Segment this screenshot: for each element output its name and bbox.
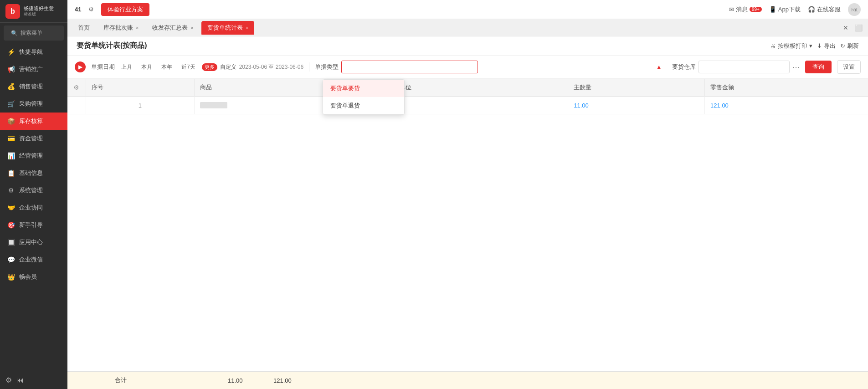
tab-receive-summary[interactable]: 收发存汇总表 × bbox=[146, 21, 199, 35]
type-dropdown: 要货单要货 要货单退货 bbox=[323, 79, 405, 115]
sidebar-item-finance[interactable]: 💳 资金管理 bbox=[0, 130, 67, 147]
dropdown-item-order-return[interactable]: 要货单退货 bbox=[323, 97, 404, 114]
print-btn[interactable]: 🖨 按模板打印 ▾ bbox=[770, 42, 812, 50]
apps-icon: 🔲 bbox=[6, 239, 15, 246]
col-num: 序号 bbox=[86, 79, 195, 97]
row-quantity: 11.00 bbox=[568, 97, 705, 114]
type-filter-label: 单据类型 bbox=[315, 63, 339, 71]
col-amount: 零售金额 bbox=[705, 79, 868, 97]
tab-window-btns: ✕ ⬜ bbox=[841, 23, 863, 33]
system-icon: ⚙ bbox=[6, 187, 15, 194]
row-amount-link[interactable]: 121.00 bbox=[710, 102, 729, 109]
sidebar-settings-icon[interactable]: ⚙ bbox=[5, 376, 12, 384]
trial-btn[interactable]: 体验行业方案 bbox=[101, 3, 149, 16]
operations-icon: 📊 bbox=[6, 152, 15, 159]
print-chevron-icon: ▾ bbox=[809, 42, 812, 49]
page-header: 要货单统计表(按商品) 🖨 按模板打印 ▾ ⬇ 导出 ↻ 刷新 bbox=[67, 36, 868, 56]
sidebar-search[interactable]: 🔍 搜索菜单 bbox=[4, 26, 64, 41]
date-range-display: 2023-05-06 至 2023-06-06 bbox=[239, 63, 303, 71]
date-btn-7days[interactable]: 近7天 bbox=[178, 62, 199, 72]
filter-expand-btn[interactable]: ▶ bbox=[75, 61, 86, 72]
header-left: 41 ⚙ 体验行业方案 bbox=[75, 3, 149, 16]
filter-settings-btn[interactable]: 设置 bbox=[837, 60, 861, 74]
table-footer: 合计 11.00 121.00 bbox=[67, 371, 868, 389]
quick-nav-icon: ⚡ bbox=[6, 48, 15, 56]
user-avatar[interactable]: Rit bbox=[848, 3, 861, 16]
header-settings-btn[interactable]: ⚙ bbox=[86, 4, 97, 15]
date-btn-last-month[interactable]: 上月 bbox=[118, 62, 136, 72]
tab-count-label: 41 bbox=[75, 6, 81, 13]
sidebar-item-sales[interactable]: 💰 销售管理 bbox=[0, 78, 67, 95]
type-filter-input[interactable] bbox=[341, 61, 478, 73]
sidebar-item-quick-nav[interactable]: ⚡ 快捷导航 bbox=[0, 43, 67, 61]
tab-close-all-btn[interactable]: ✕ bbox=[841, 23, 851, 33]
sidebar-collapse-icon[interactable]: ⏮ bbox=[16, 376, 24, 384]
top-header: 41 ⚙ 体验行业方案 ✉ 消息 99+ 📱 App下载 🎧 在线客服 Rit bbox=[67, 0, 868, 19]
date-custom-btn[interactable]: 自定义 bbox=[220, 63, 236, 71]
warehouse-filter-label: 要货仓库 bbox=[672, 63, 696, 71]
sidebar-item-operations[interactable]: 📊 经营管理 bbox=[0, 147, 67, 164]
sidebar-item-guide[interactable]: 🎯 新手引导 bbox=[0, 216, 67, 234]
sidebar-item-inventory[interactable]: 📦 库存核算 bbox=[0, 113, 67, 130]
row-num: 1 bbox=[86, 97, 195, 114]
search-btn[interactable]: 查询 bbox=[805, 61, 832, 73]
filter-more-icon[interactable]: ⋯ bbox=[792, 63, 800, 72]
download-btn[interactable]: 📱 App下载 bbox=[769, 5, 801, 14]
col-settings: ⚙ bbox=[67, 79, 86, 97]
download-icon: 📱 bbox=[769, 6, 776, 13]
service-btn[interactable]: 🎧 在线客服 bbox=[808, 5, 841, 14]
tab-close-receive-summary[interactable]: × bbox=[190, 25, 193, 31]
footer-total-label: 合计 bbox=[109, 376, 228, 384]
purchase-icon: 🛒 bbox=[6, 100, 15, 107]
sidebar-item-purchase[interactable]: 🛒 采购管理 bbox=[0, 95, 67, 113]
row-settings bbox=[67, 97, 86, 114]
footer-total-amount: 121.00 bbox=[273, 377, 319, 384]
sidebar-item-member[interactable]: 👑 畅会员 bbox=[0, 268, 67, 286]
guide-icon: 🎯 bbox=[6, 221, 15, 229]
data-table: ⚙ 序号 商品 主计量单位 主数量 零售金额 1 bbox=[67, 79, 868, 114]
page-title: 要货单统计表(按商品) bbox=[77, 41, 147, 51]
type-input-wrapper: ▲ bbox=[341, 61, 665, 73]
dropdown-item-order-goods[interactable]: 要货单要货 bbox=[323, 80, 404, 97]
tab-close-inventory-batch[interactable]: × bbox=[136, 25, 139, 31]
date-btn-this-year[interactable]: 本年 bbox=[158, 62, 176, 72]
sales-icon: 💰 bbox=[6, 83, 15, 90]
sidebar-item-enterprise[interactable]: 🤝 企业协同 bbox=[0, 199, 67, 216]
app-logo: b 畅捷通好生意 标准版 bbox=[0, 0, 67, 23]
refresh-btn[interactable]: ↻ 刷新 bbox=[840, 42, 859, 50]
row-amount: 121.00 bbox=[705, 97, 868, 114]
sidebar-item-apps[interactable]: 🔲 应用中心 bbox=[0, 234, 67, 251]
sidebar: b 畅捷通好生意 标准版 🔍 搜索菜单 ⚡ 快捷导航 📢 营销推广 💰 销售管理… bbox=[0, 0, 67, 389]
tab-inventory-batch[interactable]: 库存批次账 × bbox=[98, 21, 144, 35]
inventory-icon: 📦 bbox=[6, 118, 15, 125]
tab-close-order-stats[interactable]: × bbox=[246, 25, 248, 31]
tab-home[interactable]: 首页 bbox=[72, 21, 96, 35]
row-quantity-link[interactable]: 11.00 bbox=[574, 102, 589, 109]
filter-divider bbox=[309, 62, 309, 72]
table-row: 1 块 11.00 121.00 bbox=[67, 97, 868, 114]
message-btn[interactable]: ✉ 消息 99+ bbox=[729, 5, 762, 14]
finance-icon: 💳 bbox=[6, 135, 15, 142]
date-filter-group: 单据日期 上月 本月 本年 近7天 更多 自定义 2023-05-06 至 20… bbox=[91, 62, 303, 72]
print-icon: 🖨 bbox=[770, 42, 776, 49]
footer-total-quantity: 11.00 bbox=[228, 377, 273, 384]
warehouse-filter-input[interactable] bbox=[699, 61, 790, 73]
refresh-icon: ↻ bbox=[840, 42, 845, 49]
col-settings-icon[interactable]: ⚙ bbox=[73, 84, 79, 91]
tab-maximize-btn[interactable]: ⬜ bbox=[853, 23, 863, 33]
sidebar-item-wechat[interactable]: 💬 企业微信 bbox=[0, 251, 67, 268]
message-icon: ✉ bbox=[729, 6, 734, 13]
member-icon: 👑 bbox=[6, 273, 15, 281]
type-dropdown-up-icon[interactable]: ▲ bbox=[656, 63, 662, 71]
date-more-badge[interactable]: 更多 bbox=[202, 63, 217, 71]
sidebar-item-marketing[interactable]: 📢 营销推广 bbox=[0, 61, 67, 78]
tab-order-stats[interactable]: 要货单统计表 × bbox=[201, 21, 254, 35]
date-btn-this-month[interactable]: 本月 bbox=[138, 62, 156, 72]
wechat-icon: 💬 bbox=[6, 256, 15, 263]
sidebar-item-system[interactable]: ⚙ 系统管理 bbox=[0, 182, 67, 199]
message-badge: 99+ bbox=[750, 7, 762, 12]
basic-icon: 📋 bbox=[6, 169, 15, 177]
date-filter-label: 单据日期 bbox=[91, 63, 115, 71]
export-btn[interactable]: ⬇ 导出 bbox=[817, 42, 836, 50]
sidebar-item-basic[interactable]: 📋 基础信息 bbox=[0, 164, 67, 182]
